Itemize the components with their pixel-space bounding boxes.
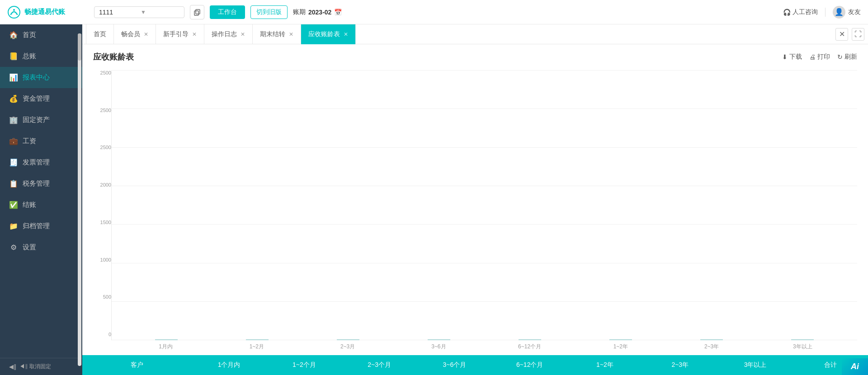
- settle-icon: ✅: [9, 201, 18, 209]
- sidebar-label-home: 首页: [23, 31, 36, 39]
- calendar-icon[interactable]: 📅: [334, 9, 342, 16]
- unpin-icon: ◀‖: [9, 363, 17, 370]
- bar-group-1month: [121, 339, 212, 340]
- unpin-footer[interactable]: ◀‖ ◀‖ 取消固定: [0, 358, 82, 375]
- tab-right-actions: ✕ ⛶: [835, 28, 864, 41]
- sidebar-label-funds: 资金管理: [23, 94, 50, 103]
- tab-oplog[interactable]: 操作日志 ✕: [204, 24, 253, 44]
- tab-period-close-btn[interactable]: ✕: [289, 31, 293, 38]
- bar-group-3-6month: [393, 339, 484, 340]
- bar-3-6month: [428, 339, 450, 340]
- th-1-2year: 1~2年: [567, 361, 642, 369]
- bar-group-3year-plus: [757, 339, 848, 340]
- page-header: 应收账龄表 ⬇ 下载 🖨 打印 ↻ 刷新: [82, 44, 868, 66]
- x-label-1-2month: 1~2月: [211, 343, 302, 351]
- y-label-0: 0: [93, 332, 111, 337]
- chevron-down-icon: ▼: [141, 9, 179, 15]
- workbench-button[interactable]: 工作台: [210, 5, 245, 19]
- consultant-label: 人工咨询: [793, 8, 818, 16]
- bar-group-1-2month: [212, 339, 302, 340]
- copy-button[interactable]: [190, 5, 204, 19]
- tab-member-close[interactable]: ✕: [144, 31, 148, 38]
- bar-2-3month: [337, 339, 359, 340]
- tab-guide[interactable]: 新手引导 ✕: [156, 24, 204, 44]
- y-label-500: 500: [93, 295, 111, 300]
- reports-icon: 📊: [9, 73, 18, 82]
- tab-member[interactable]: 畅会员 ✕: [114, 24, 156, 44]
- th-6-12month: 6~12个月: [492, 361, 567, 369]
- tab-aging-close[interactable]: ✕: [344, 31, 348, 38]
- tab-home-label: 首页: [94, 30, 106, 38]
- tax-icon: 📋: [9, 179, 18, 188]
- bar-1-2month: [246, 339, 269, 340]
- content-area: 首页 畅会员 ✕ 新手引导 ✕ 操作日志 ✕ 期末结转 ✕ 应收账龄表 ✕: [82, 24, 868, 375]
- x-label-3year-plus: 3年以上: [757, 343, 848, 351]
- company-name: 1111: [99, 9, 138, 16]
- sidebar-item-settings[interactable]: ⚙ 设置: [0, 237, 82, 258]
- sidebar-item-payroll[interactable]: 💼 工资: [0, 131, 82, 152]
- chart-area: 0 500 1000 1500 2000 2500 2500 2500: [82, 66, 868, 355]
- x-axis: 1月内 1~2月 2~3月 3~6月 6~12个月 1~2年 2~3年 3年以上: [111, 343, 857, 351]
- tab-close-all-button[interactable]: ✕: [835, 28, 848, 41]
- tab-guide-label: 新手引导: [163, 30, 189, 38]
- print-icon: 🖨: [809, 53, 816, 61]
- svg-point-1: [13, 9, 15, 11]
- th-2-3month: 2~3个月: [342, 361, 417, 369]
- bar-3year-plus: [791, 339, 814, 340]
- user-menu[interactable]: 👤 友友: [833, 6, 861, 19]
- tab-period-close[interactable]: 期末结转 ✕: [253, 24, 301, 44]
- top-header: 畅捷通易代账 1111 ▼ 工作台 切到旧版 账期 2023-02 📅 🎧 人工…: [0, 0, 868, 24]
- bar-group-2-3month: [302, 339, 393, 340]
- x-label-6-12month: 6~12个月: [484, 343, 575, 351]
- sidebar-label-reports: 报表中心: [23, 73, 50, 82]
- th-3-6month: 3~6个月: [417, 361, 492, 369]
- sidebar-item-funds[interactable]: 💰 资金管理: [0, 88, 82, 109]
- x-label-1-2year: 1~2年: [575, 343, 666, 351]
- sidebar-label-archive: 归档管理: [23, 222, 50, 230]
- period-value: 2023-02: [308, 9, 331, 16]
- x-label-2-3year: 2~3年: [666, 343, 757, 351]
- consultant-button[interactable]: 🎧 人工咨询: [783, 8, 818, 16]
- page-title: 应收账龄表: [93, 52, 134, 62]
- sidebar-scrollbar[interactable]: [78, 33, 81, 366]
- company-selector[interactable]: 1111 ▼: [94, 6, 184, 18]
- sidebar: 🏠 首页 📒 总账 📊 报表中心 💰 资金管理 🏢 固定资产 💼 工资 🧾 发票…: [0, 24, 82, 375]
- y-axis: 0 500 1000 1500 2000 2500 2500 2500: [93, 70, 111, 351]
- sidebar-label-assets: 固定资产: [23, 116, 50, 124]
- download-label: 下载: [789, 53, 802, 61]
- sidebar-label-settings: 设置: [23, 243, 36, 252]
- bars-row: [112, 70, 857, 340]
- bar-group-6-12month: [485, 339, 576, 340]
- sidebar-item-archive[interactable]: 📁 归档管理: [0, 216, 82, 237]
- settings-icon: ⚙: [9, 243, 18, 252]
- sidebar-item-home[interactable]: 🏠 首页: [0, 24, 82, 46]
- sidebar-item-ledger[interactable]: 📒 总账: [0, 46, 82, 67]
- tab-aging[interactable]: 应收账龄表 ✕: [301, 24, 356, 44]
- download-icon: ⬇: [782, 53, 788, 61]
- period-area: 账期 2023-02 📅: [293, 8, 342, 16]
- sidebar-item-settle[interactable]: ✅ 结账: [0, 194, 82, 216]
- th-customer: 客户: [82, 361, 191, 369]
- tab-oplog-close[interactable]: ✕: [241, 31, 245, 38]
- th-1-2month: 1~2个月: [267, 361, 342, 369]
- sidebar-item-assets[interactable]: 🏢 固定资产: [0, 109, 82, 131]
- bar-6-12month: [519, 339, 541, 340]
- table-header: 客户 1个月内 1~2个月 2~3个月 3~6个月 6~12个月 1~2年 2~…: [82, 355, 868, 375]
- sidebar-label-payroll: 工资: [23, 137, 36, 145]
- refresh-button[interactable]: ↻ 刷新: [837, 53, 857, 61]
- print-button[interactable]: 🖨 打印: [809, 53, 830, 61]
- sidebar-item-invoice[interactable]: 🧾 发票管理: [0, 152, 82, 173]
- ai-badge[interactable]: Ai: [842, 358, 868, 375]
- tab-expand-button[interactable]: ⛶: [852, 28, 864, 41]
- sidebar-item-tax[interactable]: 📋 税务管理: [0, 173, 82, 194]
- page-content: 应收账龄表 ⬇ 下载 🖨 打印 ↻ 刷新: [82, 44, 868, 375]
- sidebar-item-reports[interactable]: 📊 报表中心: [0, 67, 82, 88]
- tab-member-label: 畅会员: [121, 30, 140, 38]
- right-header-area: 🎧 人工咨询 👤 友友: [783, 6, 861, 19]
- y-label-1000: 1000: [93, 258, 111, 262]
- download-button[interactable]: ⬇ 下载: [782, 53, 802, 61]
- tab-guide-close[interactable]: ✕: [192, 31, 197, 38]
- th-3year-plus: 3年以上: [717, 361, 793, 369]
- switch-version-button[interactable]: 切到旧版: [250, 5, 288, 19]
- tab-home[interactable]: 首页: [86, 24, 114, 44]
